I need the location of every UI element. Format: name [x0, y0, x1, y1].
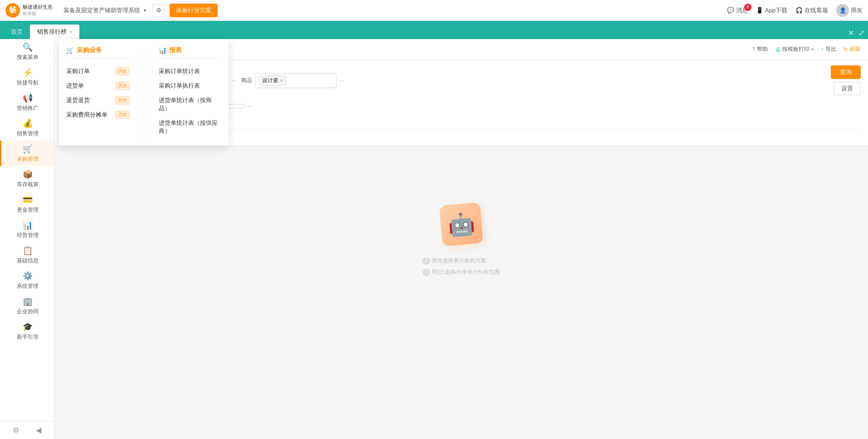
online-service-button[interactable]: 🎧 在线客服 — [795, 6, 828, 15]
system-gear-button[interactable]: ⚙ — [152, 4, 165, 17]
history-badge-return: 历史 — [116, 96, 129, 104]
empty-step-2: 2 用[过滤]条件来缩小分析范围 — [423, 268, 500, 276]
export-icon: ↑ — [821, 46, 824, 53]
menu-item-purchase-order-exec[interactable]: 采购订单执行表 — [159, 79, 222, 93]
purchase-menu-column: 🛒 采购业务 采购订单 历史 进货单 历史 退货退货 历史 采购费用分摊单 历史 — [66, 46, 129, 138]
inventory-icon: 📦 — [23, 169, 33, 179]
top-right: 💬 消息 9 📱 App下载 🎧 在线客服 👤 用友 — [727, 4, 863, 17]
message-icon: 💬 — [727, 7, 734, 14]
quick-nav-icon: ⚡ — [23, 68, 33, 78]
query-button[interactable]: 查询 — [831, 65, 861, 79]
sales-icon: 💰 — [23, 118, 33, 128]
sidebar-item-purchase[interactable]: 🛒 采购管理 — [0, 141, 54, 166]
help-button[interactable]: ? 帮助 — [752, 45, 768, 53]
system-dropdown-arrow[interactable]: ▾ — [144, 8, 146, 13]
print-button[interactable]: 🖨 按模板打印 ▾ — [775, 45, 814, 53]
tab-sales-ranking[interactable]: 销售排行榜 × — [30, 25, 79, 39]
purchase-icon: 🛒 — [23, 144, 33, 154]
report-section-icon: 📊 — [159, 47, 166, 54]
logo-area: 畅 畅捷通好生意 标准版 — [5, 3, 60, 18]
app-download-button[interactable]: 📱 App下载 — [756, 6, 787, 15]
report-section-title: 📊 报表 — [159, 46, 222, 59]
menu-item-goods-by-supplier[interactable]: 进货单统计表（按供应商） — [159, 116, 222, 138]
menu-item-goods-receipt[interactable]: 进货单 历史 — [66, 79, 129, 93]
report-menu-column: 📊 报表 采购订单统计表 采购订单执行表 进货单统计表（按商品） 进货单统计表（… — [159, 46, 222, 138]
menu-item-return-goods[interactable]: 退货退货 历史 — [66, 93, 129, 108]
enterprise-icon: 🏢 — [23, 296, 33, 306]
message-badge: 9 — [744, 4, 751, 11]
expand-tab-bar-button[interactable]: ⤢ — [858, 29, 864, 37]
operations-icon: 📊 — [23, 220, 33, 230]
tab-bar: 首页 销售排行榜 × ✕ ⤢ — [0, 21, 868, 39]
menu-item-purchase-order[interactable]: 采购订单 历史 — [66, 64, 129, 79]
guide-icon: 🎓 — [23, 322, 33, 332]
sidebar-item-guide[interactable]: 🎓 新手引导 — [0, 319, 54, 344]
sidebar-item-basic-info[interactable]: 📋 基础信息 — [0, 242, 54, 268]
sidebar-item-enterprise[interactable]: 🏢 企业协同 — [0, 293, 54, 319]
purchase-section-title: 🛒 采购业务 — [66, 46, 129, 59]
system-title[interactable]: 装备及固定资产辅助管理系统 ▾ ⚙ — [63, 4, 165, 17]
message-button[interactable]: 💬 消息 9 — [727, 6, 748, 15]
search-icon: 🔍 — [23, 42, 33, 52]
logo-sub: 标准版 — [23, 10, 53, 17]
history-badge-purchase-order: 历史 — [116, 67, 129, 75]
goods-input[interactable]: 设计素 × — [255, 73, 336, 88]
goods-more[interactable]: ··· — [339, 77, 344, 84]
industry-button[interactable]: 体验行业方案 — [170, 4, 218, 17]
salesperson-more[interactable]: ··· — [248, 103, 252, 109]
empty-state: 🤖 1 请先选择要分析的方案 2 用[过滤]条件来缩小分析范围 — [54, 146, 868, 327]
user-menu-button[interactable]: 👤 用友 — [836, 4, 863, 17]
sidebar-item-marketing[interactable]: 📢 营销推广 — [0, 90, 54, 115]
headset-icon: 🎧 — [795, 7, 803, 14]
export-button[interactable]: ↑ 导出 — [821, 45, 836, 53]
finance-icon: 💳 — [23, 195, 33, 205]
tab-close-button[interactable]: × — [69, 30, 72, 35]
sidebar-item-system[interactable]: ⚙️ 系统管理 — [0, 268, 54, 293]
top-bar: 畅 畅捷通好生意 标准版 装备及固定资产辅助管理系统 ▾ ⚙ 体验行业方案 💬 … — [0, 0, 868, 21]
sidebar-item-finance[interactable]: 💳 资金管理 — [0, 192, 54, 217]
empty-steps: 1 请先选择要分析的方案 2 用[过滤]条件来缩小分析范围 — [423, 257, 500, 276]
purchase-section-icon: 🛒 — [66, 47, 74, 54]
purchase-dropdown-menu: 🛒 采购业务 采购订单 历史 进货单 历史 退货退货 历史 采购费用分摊单 历史… — [59, 39, 229, 146]
print-icon: 🖨 — [775, 46, 780, 53]
close-tab-bar-button[interactable]: ✕ — [848, 29, 854, 37]
print-dropdown-arrow[interactable]: ▾ — [811, 47, 814, 52]
phone-icon: 📱 — [756, 7, 763, 14]
tab-bar-right: ✕ ⤢ — [848, 29, 864, 39]
logo-icon: 畅 — [5, 3, 20, 18]
menu-item-goods-by-product[interactable]: 进货单统计表（按商品） — [159, 93, 222, 116]
action-buttons: 查询 设置 — [831, 65, 861, 95]
empty-robot-icon: 🤖 — [439, 202, 483, 247]
help-icon: ? — [752, 46, 755, 53]
refresh-button[interactable]: ↻ 刷新 — [844, 45, 861, 53]
empty-step-1: 1 请先选择要分析的方案 — [423, 257, 486, 265]
sidebar: 🔍 搜索菜单 ⚡ 快捷导航 📢 营销推广 💰 销售管理 🛒 采购管理 📦 库存核… — [0, 39, 54, 439]
settings-button[interactable]: 设置 — [834, 82, 861, 95]
sidebar-settings-button[interactable]: ⚙ — [13, 426, 19, 434]
goods-tag: 设计素 × — [259, 75, 286, 86]
menu-item-purchase-expense[interactable]: 采购费用分摊单 历史 — [66, 108, 129, 122]
basic-info-icon: 📋 — [23, 246, 33, 256]
tab-home[interactable]: 首页 — [4, 25, 30, 39]
sidebar-bottom: ⚙ ◀ — [0, 421, 54, 439]
refresh-icon: ↻ — [844, 46, 848, 53]
logo-text: 畅捷通好生意 — [23, 4, 53, 10]
doc-status-more[interactable]: ··· — [231, 77, 236, 84]
sidebar-item-sales[interactable]: 💰 销售管理 — [0, 115, 54, 141]
history-badge-expense: 历史 — [116, 111, 129, 119]
goods-tag-close[interactable]: × — [280, 78, 283, 83]
sidebar-collapse-button[interactable]: ◀ — [36, 426, 41, 434]
sidebar-item-inventory[interactable]: 📦 库存核算 — [0, 166, 54, 192]
system-icon: ⚙️ — [23, 271, 33, 281]
menu-item-purchase-order-stats[interactable]: 采购订单统计表 — [159, 64, 222, 79]
sidebar-item-operations[interactable]: 📊 经营管理 — [0, 217, 54, 242]
goods-filter: 商品 设计素 × ··· — [241, 73, 344, 88]
sidebar-item-quick-nav[interactable]: ⚡ 快捷导航 — [0, 64, 54, 90]
history-badge-goods-receipt: 历史 — [116, 82, 129, 90]
marketing-icon: 📢 — [23, 93, 33, 103]
menu-divider — [144, 46, 144, 138]
empty-illustration: 🤖 — [434, 197, 488, 252]
avatar: 👤 — [836, 4, 849, 17]
sidebar-item-search[interactable]: 🔍 搜索菜单 — [0, 39, 54, 64]
